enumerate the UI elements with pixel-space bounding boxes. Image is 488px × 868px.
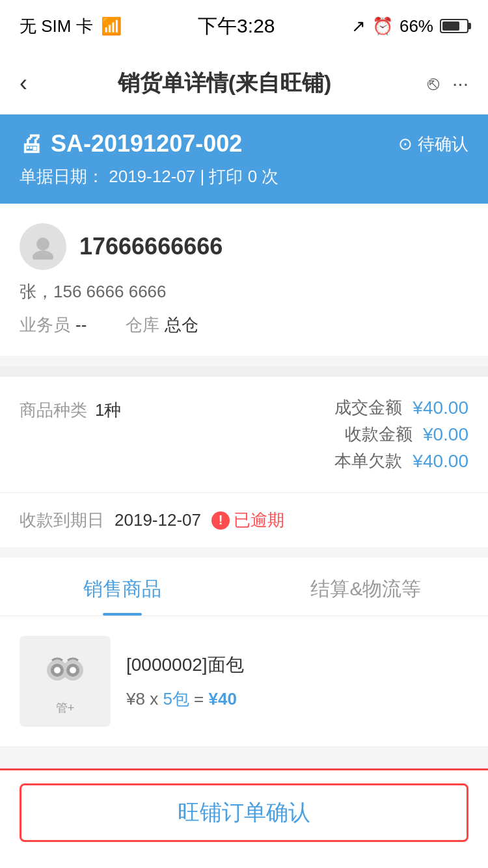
battery-text: 66% [400, 16, 433, 36]
customer-header: 17666666666 [20, 223, 468, 270]
owl-icon [39, 647, 91, 698]
nav-actions: ⎋ ··· [390, 72, 468, 94]
overdue-text: 已逾期 [234, 509, 284, 532]
price-text: ¥8 x [126, 689, 163, 709]
svg-point-7 [70, 667, 76, 673]
product-type: 商品种类 1种 [20, 396, 121, 422]
customer-meta: 业务员 -- 仓库 总仓 [20, 314, 468, 336]
carrier-text: 无 SIM 卡 [20, 15, 93, 38]
salesman-info: 业务员 -- [20, 314, 87, 336]
order-icon: 🖨 [20, 130, 43, 157]
product-name: [0000002]面包 [126, 653, 468, 677]
print-info: | [200, 167, 209, 186]
order-date: 2019-12-07 [109, 167, 195, 186]
due-date-value: 2019-12-07 [115, 510, 201, 530]
status-left: 无 SIM 卡 📶 [20, 15, 122, 38]
received-value: ¥0.00 [423, 424, 468, 445]
tabs-bar: 销售商品 结算&物流等 [0, 558, 488, 616]
order-id: 🖨 SA-20191207-002 [20, 130, 242, 157]
date-label: 单据日期： [20, 167, 104, 186]
confirm-button-container: 旺铺订单确认 [0, 768, 488, 868]
overdue-badge: ! 已逾期 [211, 509, 284, 532]
product-price: ¥8 x 5包 = ¥40 [126, 688, 468, 711]
due-amount: 本单欠款 ¥40.00 [334, 450, 468, 472]
avatar [20, 223, 66, 270]
customer-card: 17666666666 张，156 6666 6666 业务员 -- 仓库 总仓 [0, 204, 488, 356]
more-icon[interactable]: ··· [452, 72, 468, 94]
customer-phone: 17666666666 [79, 233, 223, 260]
alarm-icon: ⏰ [372, 16, 393, 36]
product-info: [0000002]面包 ¥8 x 5包 = ¥40 [126, 653, 468, 711]
received-amount: 收款金额 ¥0.00 [345, 423, 468, 446]
due-date-card: 收款到期日 2019-12-07 ! 已逾期 [0, 493, 488, 547]
equals-text: = [189, 689, 209, 709]
location-icon: ↗ [351, 16, 366, 36]
print-count: 打印 0 次 [209, 167, 278, 186]
confirm-order-button[interactable]: 旺铺订单确认 [20, 783, 468, 842]
qty-text: 5包 [163, 689, 189, 709]
brand-label: 管+ [56, 700, 75, 716]
transaction-value: ¥40.00 [413, 398, 468, 418]
svg-point-0 [36, 237, 49, 251]
page-title: 销货单详情(来自旺铺) [59, 68, 390, 98]
share-icon[interactable]: ⎋ [427, 72, 439, 94]
transaction-label: 成交金额 [334, 396, 402, 419]
total-text: ¥40 [208, 689, 236, 709]
order-date-row: 单据日期： 2019-12-07 | 打印 0 次 [20, 165, 468, 188]
transaction-amount: 成交金额 ¥40.00 [334, 396, 468, 419]
received-label: 收款金额 [345, 423, 413, 446]
type-value: 1种 [95, 399, 121, 422]
divider-1 [0, 366, 488, 377]
warehouse-info: 仓库 总仓 [126, 314, 198, 336]
svg-point-6 [54, 667, 61, 673]
time-display: 下午3:28 [198, 13, 275, 40]
type-label: 商品种类 [20, 399, 87, 422]
warehouse-label: 仓库 [126, 314, 159, 336]
salesman-value: -- [75, 315, 87, 335]
clock-icon: ⊙ [398, 134, 413, 154]
product-thumb: 管+ [39, 647, 91, 716]
customer-details: 张，156 6666 6666 [20, 280, 468, 303]
status-bar: 无 SIM 卡 📶 下午3:28 ↗ ⏰ 66% [0, 0, 488, 52]
nav-bar: ‹ 销货单详情(来自旺铺) ⎋ ··· [0, 52, 488, 115]
salesman-label: 业务员 [20, 314, 70, 336]
overdue-icon: ! [211, 511, 230, 530]
due-value: ¥40.00 [413, 451, 468, 472]
product-image: 管+ [20, 636, 111, 727]
tab-sales-products[interactable]: 销售商品 [0, 558, 244, 616]
summary-card: 商品种类 1种 成交金额 ¥40.00 收款金额 ¥0.00 本单欠款 ¥40.… [0, 377, 488, 492]
battery-icon [440, 19, 468, 33]
back-button[interactable]: ‹ [20, 70, 59, 97]
product-list: 管+ [0000002]面包 ¥8 x 5包 = ¥40 [0, 616, 488, 747]
tab-settlement[interactable]: 结算&物流等 [244, 558, 488, 616]
summary-row: 商品种类 1种 成交金额 ¥40.00 收款金额 ¥0.00 本单欠款 ¥40.… [20, 396, 468, 472]
svg-point-1 [33, 251, 53, 260]
due-label: 本单欠款 [334, 450, 402, 472]
order-header: 🖨 SA-20191207-002 ⊙ 待确认 单据日期： 2019-12-07… [0, 115, 488, 204]
status-text: 待确认 [418, 133, 468, 156]
warehouse-value: 总仓 [165, 314, 198, 336]
order-id-text: SA-20191207-002 [51, 130, 242, 157]
order-id-row: 🖨 SA-20191207-002 ⊙ 待确认 [20, 130, 468, 157]
order-status: ⊙ 待确认 [398, 133, 468, 156]
amounts: 成交金额 ¥40.00 收款金额 ¥0.00 本单欠款 ¥40.00 [334, 396, 468, 472]
due-date-label: 收款到期日 [20, 509, 104, 532]
wifi-icon: 📶 [101, 16, 122, 36]
status-right: ↗ ⏰ 66% [351, 16, 468, 36]
table-row: 管+ [0000002]面包 ¥8 x 5包 = ¥40 [0, 616, 488, 747]
